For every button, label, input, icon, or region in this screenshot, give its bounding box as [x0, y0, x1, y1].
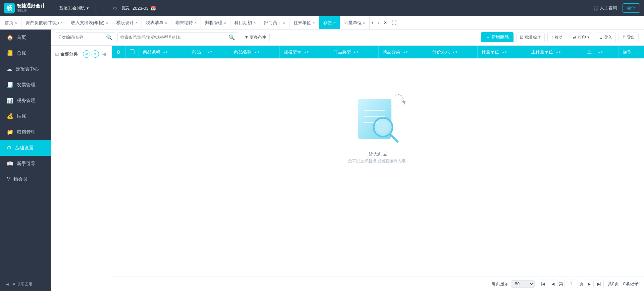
sort-arrows-main-unit[interactable]: ▲▼ [556, 51, 561, 54]
tab-income-statement[interactable]: 收入支出表(年报) × [67, 16, 113, 30]
tab-subject-init[interactable]: 科目期初 × [230, 16, 260, 30]
tab-close-icon[interactable]: × [224, 20, 226, 25]
tab-close-icon[interactable]: × [363, 20, 365, 25]
tab-close-icon[interactable]: × [60, 20, 63, 25]
page-number-input[interactable] [565, 280, 578, 288]
company-selector[interactable]: 基层工会测试 ▾ [56, 4, 92, 12]
logo-icon: 畅 [4, 3, 15, 13]
sidebar-item-invoice[interactable]: 🧾 发票管理 [0, 77, 51, 93]
tab-close-icon[interactable]: × [333, 20, 336, 25]
import-button[interactable]: ⤓ 导入 [596, 33, 616, 42]
sort-arrows-col3[interactable]: ▲▼ [598, 51, 603, 54]
move-button[interactable]: ↕ 移动 [547, 33, 566, 42]
tab-label: 科目期初 [234, 20, 252, 26]
account-button[interactable]: 会计 [623, 3, 640, 13]
search-magnifier-icon[interactable]: 🔍 [228, 34, 235, 41]
sort-arrows-name[interactable]: ▲▼ [254, 51, 260, 54]
th-price-mode-label: 计价方式 [432, 49, 450, 54]
tab-homepage[interactable]: 首页 × [1, 16, 21, 30]
tab-close-icon[interactable]: × [283, 20, 285, 25]
tab-inventory[interactable]: 存货 × [319, 16, 340, 30]
print-button[interactable]: 🖨 打印 ▾ [569, 33, 593, 42]
tab-contacts[interactable]: 往来单位 × [289, 16, 319, 30]
product-search-input[interactable] [120, 35, 226, 40]
tab-close-icon[interactable]: × [253, 20, 256, 25]
category-add-button[interactable]: ⊕ [83, 50, 90, 58]
sidebar-item-basic-settings[interactable]: ⚙ 基础设置 [0, 140, 51, 156]
tab-close-icon[interactable]: × [312, 20, 315, 25]
tab-close-all-button[interactable]: × [381, 16, 389, 30]
all-category-label[interactable]: 全部分类 [60, 51, 78, 57]
sort-arrows-code[interactable]: ▲▼ [207, 51, 213, 54]
sidebar-item-member[interactable]: V 畅会员 [0, 172, 51, 187]
add-label: 新增商品 [491, 34, 509, 40]
calendar-icon[interactable]: 📅 [151, 6, 156, 11]
th-checkbox[interactable] [125, 46, 139, 58]
select-all-checkbox[interactable] [130, 49, 135, 54]
tab-next-button[interactable]: › [375, 16, 381, 30]
svg-line-7 [390, 135, 397, 142]
product-table-container[interactable]: ⚙ 商品条码 ▲▼ 商品... [112, 46, 644, 277]
th-spec: 规格型号 ▲▼ [280, 46, 329, 58]
sort-arrows-price[interactable]: ▲▼ [452, 51, 458, 54]
sidebar-item-tax[interactable]: 📊 税务管理 [0, 93, 51, 108]
add-product-button[interactable]: ＋ 新增商品 [481, 32, 514, 42]
sidebar-label-home: 首页 [17, 35, 26, 41]
import-icon: ⤓ [599, 35, 603, 40]
panel-collapse-button[interactable]: ◀ [100, 50, 108, 58]
guide-icon: 📖 [7, 160, 13, 167]
sort-arrows-category[interactable]: ▲▼ [403, 51, 408, 54]
add-tab-button[interactable]: ＋ [100, 4, 108, 12]
th-barcode-label: 商品条码 [143, 49, 160, 54]
batch-operate-button[interactable]: ☑ 批量操作 [516, 33, 545, 42]
tab-close-icon[interactable]: × [106, 20, 108, 25]
tab-archive[interactable]: 归档管理 × [201, 16, 230, 30]
sort-arrows-spec[interactable]: ▲▼ [304, 51, 309, 54]
th-main-unit-label: 主计量单位 [531, 49, 553, 54]
tab-tax-forms[interactable]: 税表清单 × [142, 16, 171, 30]
app-title: 畅捷通好会计 [17, 3, 45, 9]
sidebar-item-cloud-report[interactable]: ☁ 云报表中心 [0, 61, 51, 77]
tab-close-icon[interactable]: × [15, 20, 17, 25]
tab-prev-button[interactable]: ‹ [370, 16, 375, 30]
sort-arrows-type[interactable]: ▲▼ [353, 51, 359, 54]
tab-close-icon[interactable]: × [194, 20, 197, 25]
sidebar-pin-toggle[interactable]: ◄ ◄ 取消固定 [0, 277, 51, 291]
tab-close-icon[interactable]: × [135, 20, 138, 25]
export-label: 导出 [627, 35, 635, 40]
sidebar-item-ledger[interactable]: 📒 总账 [0, 45, 51, 61]
sidebar-item-archive[interactable]: 📁 归档管理 [0, 124, 51, 140]
sidebar-item-guide[interactable]: 📖 新手引导 [0, 156, 51, 172]
tab-unit[interactable]: 计量单位 × [340, 16, 370, 30]
th-settings[interactable]: ⚙ [112, 46, 125, 58]
first-page-button[interactable]: |◀ [539, 280, 547, 288]
period-label: 账期 [122, 5, 130, 11]
tab-balance-sheet[interactable]: 资产负债表(中期) × [21, 16, 67, 30]
per-page-label: 每页显示 [491, 281, 509, 287]
prev-page-button[interactable]: ◀ [549, 280, 557, 288]
tab-close-icon[interactable]: × [165, 20, 167, 25]
sidebar-item-home[interactable]: 🏠 首页 [0, 30, 51, 45]
category-edit-button[interactable]: ✎ [92, 50, 99, 58]
per-page-select[interactable]: 50 100 200 [511, 280, 535, 288]
settings-button[interactable]: ⚙ [111, 4, 119, 12]
last-page-button[interactable]: ▶| [595, 280, 604, 288]
sidebar-item-settle[interactable]: 💰 结账 [0, 108, 51, 124]
human-service-button[interactable]: 🎧 人工咨询 [590, 4, 620, 12]
tab-department[interactable]: 部门员工 × [260, 16, 289, 30]
column-settings-icon[interactable]: ⚙ [116, 49, 121, 55]
export-icon: ⤒ [622, 35, 626, 40]
next-page-button[interactable]: ▶ [585, 280, 594, 288]
th-name-label: 商品名称 [234, 49, 252, 54]
product-search-box: 🔍 [117, 32, 238, 42]
tab-expand-button[interactable]: ⛶ [390, 16, 398, 30]
export-button[interactable]: ⤒ 导出 [619, 33, 639, 42]
sort-arrows-barcode[interactable]: ▲▼ [163, 51, 168, 54]
tab-period-carry[interactable]: 期末结转 × [171, 16, 201, 30]
filter-button[interactable]: ▼ 更多条件 [241, 33, 270, 42]
invoice-icon: 🧾 [7, 82, 13, 88]
move-label: 移动 [554, 35, 562, 40]
tab-template-design[interactable]: 模版设计 × [112, 16, 142, 30]
category-search-icon[interactable]: 🔍 [106, 34, 113, 41]
sort-arrows-unit[interactable]: ▲▼ [502, 51, 507, 54]
